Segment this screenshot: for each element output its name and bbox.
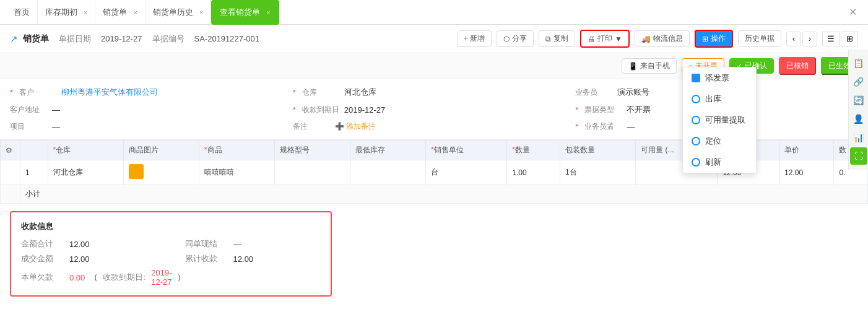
grid-view-button[interactable]: ⊞	[841, 32, 858, 46]
available-qty-icon	[692, 116, 700, 124]
sidebar-chart-button[interactable]: 📊	[850, 129, 867, 146]
logistics-icon: 🚚	[641, 35, 651, 43]
same-order-settlement-value: —	[233, 240, 241, 249]
from-phone-button[interactable]: 📱 来自手机	[622, 58, 677, 74]
tab-inventory-init[interactable]: 库存期初 ×	[38, 0, 95, 25]
refresh-icon	[692, 158, 700, 167]
refresh-label: 刷新	[705, 157, 721, 168]
cell-product-img	[123, 160, 199, 185]
tab-view-sales[interactable]: 查看销货单 ×	[211, 0, 279, 25]
print-button[interactable]: 🖨 打印 ▼	[580, 30, 630, 48]
staff-label: 业务员	[575, 87, 612, 98]
payment-date-required-star: *	[293, 105, 296, 115]
dropdown-available-qty[interactable]: 可用量提取	[683, 110, 756, 131]
locate-label: 定位	[705, 136, 721, 147]
customer-label: 客户	[19, 87, 56, 98]
dropdown-add-invoice[interactable]: 添发票	[683, 67, 756, 89]
subtotal-gear	[1, 185, 20, 204]
operation-button[interactable]: ⊞ 操作	[695, 30, 733, 48]
warehouse-required-star: *	[293, 88, 296, 97]
current-arrears-row: 本单欠款 0.00 （ 收款到期日: 2019-12-27 ）	[21, 268, 185, 287]
next-arrow[interactable]: ›	[802, 32, 817, 46]
warehouse-field: * 仓库 河北仓库	[293, 87, 576, 98]
tab-home[interactable]: 首页	[6, 0, 38, 25]
sidebar-expand-button[interactable]: ⛶	[850, 147, 867, 165]
tab-view-sales-label: 查看销货单	[220, 7, 260, 18]
warehouse-value: 河北仓库	[344, 87, 376, 98]
same-order-settlement-label: 同单现结	[185, 238, 228, 250]
share-button[interactable]: ⬡ 分享	[497, 30, 534, 47]
current-arrears-value: 0.00	[69, 273, 85, 282]
th-product-img: 商品图片	[123, 141, 199, 160]
invoice-label: 票据类型	[584, 105, 622, 115]
tab-sales-history[interactable]: 销货单历史 ×	[145, 0, 211, 25]
copy-button[interactable]: ⧉ 复制	[539, 30, 575, 47]
address-field: 客户地址 —	[10, 104, 293, 115]
salesperson-value: —	[627, 122, 635, 131]
sidebar-user-button[interactable]: 👤	[850, 110, 867, 128]
new-button[interactable]: + 新增	[457, 30, 492, 47]
subtotal-label: 小计	[20, 185, 868, 204]
due-date-text: 收款到期日:	[103, 272, 146, 283]
total-amount-value: 12.00	[69, 240, 90, 249]
available-qty-label: 可用量提取	[705, 115, 745, 126]
tab-inventory-close[interactable]: ×	[84, 9, 87, 16]
transaction-amount-row: 成交金额 12.00	[21, 253, 185, 264]
due-date-parens: （	[90, 272, 98, 283]
history-button[interactable]: 历史单据	[738, 30, 781, 47]
doc-icon: ↗	[10, 33, 18, 45]
number-label: 单据编号	[152, 33, 184, 45]
cell-quantity: 1.00	[507, 160, 560, 185]
logistics-button[interactable]: 🚚 物流信息	[635, 30, 690, 47]
th-index	[20, 141, 48, 160]
salesperson-required-star: *	[575, 122, 578, 131]
tab-history-label: 销货单历史	[153, 7, 193, 18]
tab-sales-label: 销货单	[103, 7, 127, 18]
phone-icon: 📱	[628, 62, 638, 71]
total-amount-row: 金额合计 12.00	[21, 238, 185, 250]
cumulative-collection-value: 12.00	[233, 254, 254, 264]
customer-value[interactable]: 柳州粤港平安气体有限公司	[61, 87, 158, 98]
prev-arrow[interactable]: ‹	[786, 32, 801, 46]
th-gear: ⚙	[1, 141, 20, 160]
tab-view-sales-close[interactable]: ×	[266, 9, 270, 16]
share-label: 分享	[512, 33, 527, 44]
dropdown-outbound[interactable]: 出库	[683, 89, 756, 110]
cell-index: 1	[20, 160, 48, 185]
th-unit-price: 单价	[779, 141, 834, 160]
th-warehouse: *仓库	[48, 141, 123, 160]
tab-sales-close[interactable]: ×	[133, 9, 137, 16]
dropdown-refresh[interactable]: 刷新	[683, 152, 756, 173]
sidebar-refresh-button[interactable]: 🔄	[850, 92, 867, 109]
window-close-button[interactable]: ✕	[844, 6, 862, 18]
product-image	[129, 164, 144, 179]
address-label: 客户地址	[10, 105, 47, 115]
customer-required-star: *	[10, 88, 13, 97]
locate-icon	[692, 137, 700, 145]
notes-field: 备注 ➕ 添加备注	[293, 121, 576, 132]
add-note-button[interactable]: ➕ 添加备注	[335, 121, 376, 132]
dropdown-locate[interactable]: 定位	[683, 131, 756, 152]
th-product: *商品	[199, 141, 274, 160]
date-label: 单据日期	[59, 33, 91, 45]
payment-title: 收款信息	[21, 221, 321, 232]
tab-history-close[interactable]: ×	[199, 9, 203, 16]
th-min-stock: 最低库存	[350, 141, 426, 160]
tab-sales-order[interactable]: 销货单 ×	[95, 0, 145, 25]
cell-product: 嘻嘻嘻嘻	[199, 160, 274, 185]
sold-button[interactable]: 已核销	[779, 57, 816, 75]
tab-home-label: 首页	[14, 7, 30, 18]
warehouse-label: 仓库	[302, 87, 339, 98]
print-label: 打印	[597, 33, 612, 44]
invoice-required-star: *	[575, 105, 578, 115]
list-view-button[interactable]: ☰	[822, 32, 840, 46]
cell-warehouse: 河北仓库	[48, 160, 123, 185]
doc-actions: + 新增 ⬡ 分享 ⧉ 复制 🖨 打印 ▼ 🚚 物流信息 ⊞ 操作	[457, 30, 858, 48]
address-value: —	[52, 105, 60, 115]
tab-bar: 首页 库存期初 × 销货单 × 销货单历史 × 查看销货单 × ✕	[0, 0, 868, 25]
operation-dropdown: 添发票 出库 可用量提取 定位 刷新	[682, 67, 757, 173]
cell-sales-unit: 台	[426, 160, 507, 185]
sidebar-link-button[interactable]: 🔗	[850, 73, 867, 90]
sidebar-notes-button[interactable]: 📋	[850, 54, 867, 72]
same-order-settlement-row: 同单现结 —	[185, 238, 321, 250]
